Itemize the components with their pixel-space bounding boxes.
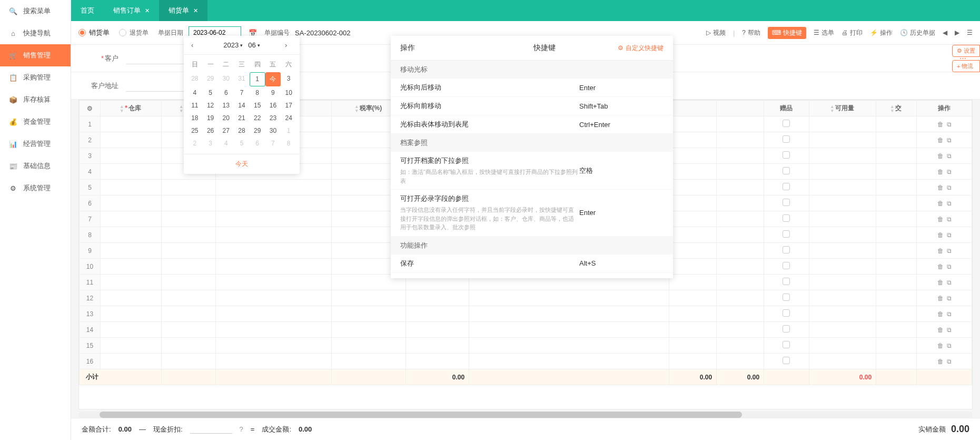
cal-day[interactable]: 20	[218, 112, 234, 124]
close-icon[interactable]: ✕	[193, 7, 198, 14]
cal-day[interactable]: 31	[234, 72, 250, 86]
col-action[interactable]: 操作	[917, 101, 972, 116]
sidebar-item-business[interactable]: 📊经营管理	[0, 133, 71, 155]
col-gear[interactable]: ⚙	[80, 101, 101, 116]
copy-icon[interactable]: ⧉	[947, 310, 952, 318]
cal-day[interactable]: 2	[187, 137, 203, 150]
cal-day[interactable]: 23	[265, 112, 281, 124]
delete-icon[interactable]: 🗑	[937, 247, 944, 255]
col-h3[interactable]	[669, 101, 717, 116]
cal-day[interactable]: 19	[203, 112, 219, 124]
cal-day[interactable]: 21	[234, 112, 250, 124]
prev-button[interactable]: ◀	[943, 29, 947, 36]
cal-day[interactable]: 30	[265, 124, 281, 137]
cal-day[interactable]: 30	[218, 72, 234, 86]
gift-checkbox[interactable]	[783, 135, 790, 143]
table-row[interactable]: 15🗑⧉	[80, 338, 972, 354]
cal-day[interactable]: 3	[281, 72, 296, 86]
sidebar-item-basic[interactable]: 📰基础信息	[0, 155, 71, 177]
cal-day[interactable]: 25	[187, 124, 203, 137]
gift-checkbox[interactable]	[783, 199, 790, 206]
gift-checkbox[interactable]	[783, 309, 790, 317]
radio-return[interactable]: 退货单	[119, 28, 149, 37]
delete-icon[interactable]: 🗑	[937, 263, 944, 270]
cal-day[interactable]: 4	[218, 137, 234, 150]
cal-day[interactable]: 6	[218, 86, 234, 99]
settings-button[interactable]: ⚙设置	[952, 45, 980, 57]
cal-day[interactable]: 8	[250, 86, 265, 99]
discount-input[interactable]	[190, 425, 232, 434]
copy-icon[interactable]: ⧉	[947, 136, 952, 144]
cal-year[interactable]: 2023▾	[223, 41, 243, 49]
col-deliver[interactable]: ▴▾交	[876, 101, 917, 116]
copy-icon[interactable]: ⧉	[947, 358, 952, 365]
copy-icon[interactable]: ⧉	[947, 152, 952, 160]
delete-icon[interactable]: 🗑	[937, 216, 944, 223]
col-h4[interactable]	[717, 101, 764, 116]
delete-icon[interactable]: 🗑	[937, 121, 944, 128]
col-avail[interactable]: ▴▾可用量	[809, 101, 876, 116]
sidebar-item-funds[interactable]: 💰资金管理	[0, 111, 71, 133]
sidebar-item-purchase[interactable]: 📋采购管理	[0, 66, 71, 89]
cal-day[interactable]: 9	[265, 86, 281, 99]
delete-icon[interactable]: 🗑	[937, 326, 944, 334]
sidebar-item-sales[interactable]: 🛒销售管理	[0, 44, 71, 66]
cal-month[interactable]: 06▾	[248, 41, 260, 49]
cal-day[interactable]: 11	[187, 99, 203, 112]
logistics-button[interactable]: +物流	[952, 60, 980, 72]
cal-day[interactable]: 4	[187, 86, 203, 99]
table-row[interactable]: 14🗑⧉	[80, 322, 972, 338]
cal-prev[interactable]: ‹	[191, 41, 199, 49]
delete-icon[interactable]: 🗑	[937, 342, 944, 349]
help-icon[interactable]: ?	[240, 425, 243, 433]
cal-day[interactable]: 26	[203, 124, 219, 137]
cal-day[interactable]: 29	[250, 124, 265, 137]
cal-day[interactable]: 6	[250, 137, 265, 150]
cal-day[interactable]: 13	[218, 99, 234, 112]
copy-icon[interactable]: ⧉	[947, 247, 952, 255]
history-button[interactable]: 🕓历史单据	[900, 28, 935, 37]
gift-checkbox[interactable]	[783, 357, 790, 364]
delete-icon[interactable]: 🗑	[937, 295, 944, 302]
sidebar-item-nav[interactable]: ⌂快捷导航	[0, 22, 71, 44]
delete-icon[interactable]: 🗑	[937, 310, 944, 318]
radio-sales[interactable]: 销货单	[78, 28, 110, 37]
gift-checkbox[interactable]	[783, 167, 790, 174]
delete-icon[interactable]: 🗑	[937, 358, 944, 365]
select-button[interactable]: ☰选单	[814, 28, 834, 37]
cal-day[interactable]: 18	[187, 112, 203, 124]
cal-day[interactable]: 7	[234, 86, 250, 99]
cal-day[interactable]: 7	[265, 137, 281, 150]
tab-sales-order[interactable]: 销售订单✕	[104, 0, 159, 21]
menu-button[interactable]: ☰	[967, 29, 973, 36]
gift-checkbox[interactable]	[783, 214, 790, 222]
table-row[interactable]: 16🗑⧉	[80, 354, 972, 369]
custom-shortcut-button[interactable]: ⚙自定义快捷键	[618, 44, 664, 53]
tab-home[interactable]: 首页	[71, 0, 104, 21]
help-button[interactable]: ?帮助	[742, 28, 760, 37]
col-warehouse[interactable]: ▴▾*仓库	[101, 101, 162, 116]
cal-day[interactable]: 5	[203, 86, 219, 99]
cal-day[interactable]: 8	[281, 137, 296, 150]
col-gift[interactable]: 赠品	[764, 101, 809, 116]
delete-icon[interactable]: 🗑	[937, 279, 944, 286]
copy-icon[interactable]: ⧉	[947, 200, 952, 207]
gift-checkbox[interactable]	[783, 120, 790, 127]
cal-day[interactable]: 3	[203, 137, 219, 150]
cal-day[interactable]: 12	[203, 99, 219, 112]
cal-day[interactable]: 14	[234, 99, 250, 112]
close-icon[interactable]: ✕	[145, 7, 150, 14]
cal-day[interactable]: 今	[265, 72, 281, 86]
scrollbar-thumb[interactable]	[100, 412, 742, 418]
gift-checkbox[interactable]	[783, 278, 790, 285]
copy-icon[interactable]: ⧉	[947, 295, 952, 302]
delete-icon[interactable]: 🗑	[937, 184, 944, 191]
gift-checkbox[interactable]	[783, 246, 790, 253]
delete-icon[interactable]: 🗑	[937, 168, 944, 175]
cal-day[interactable]: 15	[250, 99, 265, 112]
copy-icon[interactable]: ⧉	[947, 216, 952, 223]
cal-day[interactable]: 28	[234, 124, 250, 137]
copy-icon[interactable]: ⧉	[947, 168, 952, 175]
copy-icon[interactable]: ⧉	[947, 184, 952, 191]
next-button[interactable]: ▶	[955, 29, 959, 36]
